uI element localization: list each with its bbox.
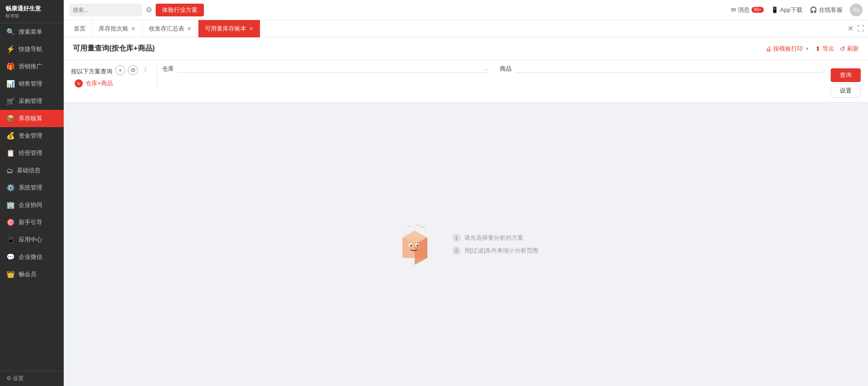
sidebar-icon-inventory: 📦 [6,114,15,123]
filter-left: 按以下方案查询 + ⚙ 《 ↻ 仓库+商品 [71,65,157,89]
tab-close-available-ledger[interactable]: ✕ [249,26,254,32]
topbar: ⚙ 体验行业方案 ✉ 消息 99+ 📱 App下载 🎧 在线客服 Rit [64,0,868,20]
tab-close-receipt-summary[interactable]: ✕ [187,26,192,32]
sidebar-item-operation[interactable]: 📋经营管理 [0,144,64,162]
goods-more-button[interactable]: ... [822,65,826,72]
tip-num-2: 2 [452,247,461,255]
sidebar-label-vip: 畅会员 [19,270,36,278]
gear-icon[interactable]: ⚙ [146,5,152,14]
empty-tip-1: 1 请先选择要分析的方案 [452,234,538,242]
close-tab-button[interactable]: ✕ [848,24,853,33]
empty-area: 1 请先选择要分析的方案 2 用[过滤]条件来缩小分析范围 [64,103,868,386]
trial-industry-button[interactable]: 体验行业方案 [156,4,204,16]
sidebar-item-newbie[interactable]: 🎯新手引导 [0,214,64,231]
goods-input-wrap: ... [515,65,827,73]
print-icon: 🖨 [765,45,772,52]
right-actions: 查询 设置 [831,65,861,98]
sidebar-icon-finance: 💰 [6,132,15,140]
refresh-button[interactable]: ↺ 刷新 [840,45,859,53]
sidebar-bottom[interactable]: ⚙ 设置 [0,371,64,386]
filter-row: 按以下方案查询 + ⚙ 《 ↻ 仓库+商品 仓库 [64,60,868,103]
sidebar-label-purchase: 采购管理 [19,97,42,105]
field-group: 仓库 ... 商品 ... [162,65,826,73]
filter-settings-button[interactable]: ⚙ [128,65,138,75]
sidebar-icon-newbie: 🎯 [6,218,15,226]
app-download-button[interactable]: 📱 App下载 [771,6,802,14]
filter-right: 仓库 ... 商品 ... [162,65,826,73]
settings-button[interactable]: 设置 [831,84,861,98]
page-actions: 🖨 按模板打印 ▼ ⬆ 导出 ↺ 刷新 [765,45,859,53]
tabs-right-controls: ✕ ⛶ [848,24,864,33]
tip-text-2: 用[过滤]条件来缩小分析范围 [464,247,538,255]
main-area: ⚙ 体验行业方案 ✉ 消息 99+ 📱 App下载 🎧 在线客服 Rit 首页库… [64,0,868,386]
sidebar-item-shortcut[interactable]: ⚡快捷导航 [0,41,64,58]
sidebar-icon-marketing: 🎁 [6,62,15,71]
sidebar-icon-wechat: 💬 [6,253,15,261]
avatar[interactable]: Rit [850,4,863,16]
sidebar-item-wechat[interactable]: 💬企业微信 [0,248,64,266]
tab-available-ledger[interactable]: 可用量库存账本✕ [198,20,260,37]
username-label: Rit [850,4,863,16]
sidebar-item-enterprise[interactable]: 🏢企业协同 [0,196,64,214]
maximize-tab-button[interactable]: ⛶ [857,25,864,33]
empty-tips: 1 请先选择要分析的方案 2 用[过滤]条件来缩小分析范围 [452,234,538,255]
sidebar-item-vip[interactable]: 👑畅会员 [0,266,64,283]
sidebar-item-sales[interactable]: 📊销售管理 [0,75,64,93]
goods-label: 商品 [500,65,512,73]
sidebar-icon-appcenter: 📱 [6,236,15,244]
message-button[interactable]: ✉ 消息 99+ [731,6,764,14]
sidebar-label-system: 系统管理 [19,184,42,192]
message-badge: 99+ [751,7,764,13]
sidebar-label-newbie: 新手引导 [19,218,42,226]
logo-sub: 标准版 [5,13,58,19]
sidebar-item-system[interactable]: ⚙️系统管理 [0,179,64,196]
sidebar-icon-vip: 👑 [6,270,15,278]
tab-receipt-summary[interactable]: 收发存汇总表✕ [142,20,198,37]
sidebar-item-basic[interactable]: 🗂基础信息 [0,162,64,179]
tab-close-batch-account[interactable]: ✕ [131,26,136,32]
content-area: 可用量查询(按仓库+商品) 🖨 按模板打印 ▼ ⬆ 导出 ↺ 刷新 [64,37,868,386]
filter-row-inner: 按以下方案查询 + ⚙ 《 ↻ 仓库+商品 仓库 [64,60,868,102]
empty-illustration [393,221,439,267]
empty-tip-2: 2 用[过滤]条件来缩小分析范围 [452,247,538,255]
sidebar-item-purchase[interactable]: 🛒采购管理 [0,93,64,110]
export-button[interactable]: ⬆ 导出 [815,45,834,53]
sidebar-label-inventory: 库存核算 [19,114,42,123]
query-button[interactable]: 查询 [831,68,861,82]
sidebar-item-appcenter[interactable]: 📱应用中心 [0,231,64,248]
sidebar-icon-search: 🔍 [6,28,15,36]
tab-batch-account[interactable]: 库存批次账✕ [92,20,142,37]
export-icon: ⬆ [815,45,821,52]
sidebar-icon-purchase: 🛒 [6,97,15,105]
print-dropdown-icon[interactable]: ▼ [805,46,810,51]
filter-collapse-button[interactable]: 《 [141,66,147,74]
sidebar-item-inventory[interactable]: 📦库存核算 [0,110,64,127]
tab-home[interactable]: 首页 [67,20,92,37]
filter-scheme-item[interactable]: ↻ 仓库+商品 [71,77,152,89]
svg-point-5 [410,245,412,247]
online-service-button[interactable]: 🎧 在线客服 [810,6,843,14]
sidebar-icon-system: ⚙️ [6,184,15,192]
sidebar-item-finance[interactable]: 💰资金管理 [0,127,64,144]
search-input[interactable] [69,4,142,16]
warehouse-input[interactable] [178,65,482,72]
tab-label-batch-account: 库存批次账 [99,25,128,33]
tab-label-available-ledger: 可用量库存账本 [205,25,246,33]
sidebar-icon-operation: 📋 [6,149,15,157]
filter-label: 按以下方案查询 [71,65,112,76]
goods-input[interactable] [515,65,820,72]
print-button[interactable]: 🖨 按模板打印 ▼ [765,45,810,53]
filter-add-button[interactable]: + [115,65,125,75]
sidebar-scroll: 🔍搜索菜单⚡快捷导航🎁营销推广📊销售管理🛒采购管理📦库存核算💰资金管理📋经营管理… [0,23,64,371]
sidebar-item-search[interactable]: 🔍搜索菜单 [0,23,64,41]
topbar-right: ✉ 消息 99+ 📱 App下载 🎧 在线客服 Rit [731,4,863,16]
warehouse-input-wrap: ... [178,65,489,73]
sidebar-label-marketing: 营销推广 [19,62,42,71]
sidebar-icon-basic: 🗂 [6,167,13,175]
tab-label-home: 首页 [74,25,86,33]
tip-text-1: 请先选择要分析的方案 [464,234,523,242]
sidebar-item-marketing[interactable]: 🎁营销推广 [0,58,64,75]
warehouse-more-button[interactable]: ... [484,65,488,72]
sidebar-label-search: 搜索菜单 [19,28,42,36]
sidebar-icon-shortcut: ⚡ [6,45,15,53]
